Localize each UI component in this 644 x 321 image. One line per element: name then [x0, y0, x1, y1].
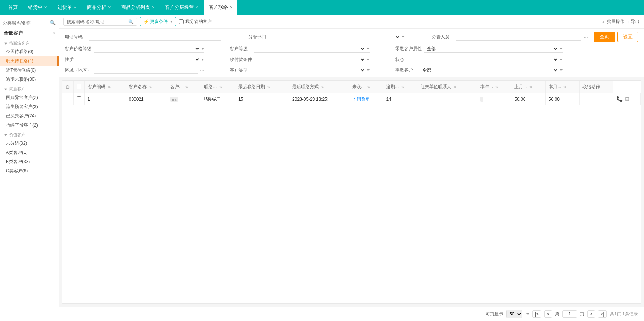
nav-customer-segmentation[interactable]: 客户分层经营 ✕	[161, 0, 203, 15]
col-contacts-header: 联络... ⇅	[201, 81, 235, 93]
col-type-header: 客户... ⇅	[167, 81, 201, 93]
customer-type-chevron	[367, 69, 370, 71]
sort-last-month-icon: ⇅	[529, 85, 532, 89]
retail-attr-field: 零散客户属性 全部	[395, 45, 563, 53]
select-all-checkbox[interactable]	[77, 84, 81, 89]
region-input[interactable]	[94, 67, 198, 74]
settings-icon[interactable]: ⚙	[65, 84, 70, 90]
region-label: 区域（地区）	[65, 67, 91, 73]
sidebar-collapse-icon[interactable]: «	[53, 31, 55, 35]
advanced-filters: 电话号码 分管部门 分管人员 ···	[59, 29, 644, 77]
sidebar-item-overdue[interactable]: 逾期未联络(30)	[0, 75, 59, 84]
nav-close-customer-contact[interactable]: ✕	[230, 5, 233, 10]
nav-product-analysis-list[interactable]: 商品分析列表 ✕	[117, 0, 159, 15]
last-page-btn[interactable]: >|	[598, 310, 607, 318]
retail-attr-label: 零散客户属性	[395, 46, 422, 52]
retail-customer-select[interactable]: 全部	[420, 66, 559, 74]
customer-type-label: 客户类型	[230, 67, 252, 73]
retail-customer-field: 零散客户 全部	[395, 66, 563, 74]
phone-input[interactable]	[89, 34, 221, 41]
nav-purchase-order[interactable]: 进货单 ✕	[53, 0, 81, 15]
price-level-chevron	[201, 48, 204, 50]
sidebar-item-7days[interactable]: 近7天待联络(0)	[0, 66, 59, 75]
sidebar-search-input[interactable]	[3, 20, 50, 25]
filter-icon: ⚡	[143, 19, 149, 24]
sidebar-item-declining[interactable]: 持续下滑客户(2)	[0, 121, 59, 130]
col-this-year-header: 本年... ⇅	[477, 81, 511, 93]
nav-close-purchase[interactable]: ✕	[73, 5, 77, 10]
sidebar-item-abnormal-repurchase[interactable]: 回购异常客户(2)	[0, 93, 59, 102]
more-conditions-btn[interactable]: ⚡ 更多条件	[140, 17, 176, 26]
sidebar-item-class-b[interactable]: B类客户(33)	[0, 157, 59, 166]
per-page-chevron	[526, 313, 529, 315]
page-input[interactable]	[562, 310, 577, 318]
sidebar-all-customers[interactable]: 全部客户 «	[0, 28, 59, 38]
nav-sales-order[interactable]: 销货单 ✕	[24, 0, 52, 15]
search-icon[interactable]: 🔍	[128, 19, 134, 24]
sort-name-icon: ⇅	[149, 85, 152, 89]
payment-select[interactable]	[254, 56, 365, 63]
table-row: 1 000021 Ea B类客户 15 2023-05-23 18:25: 下销…	[62, 93, 641, 105]
row-select-checkbox[interactable]	[77, 96, 81, 101]
sidebar-item-churn-warning[interactable]: 流失预警客户(3)	[0, 102, 59, 111]
page-label: 第	[555, 311, 559, 317]
customer-level-select[interactable]	[254, 45, 365, 52]
sidebar-group-problem: ▼ 问题客户	[0, 84, 59, 93]
set-button[interactable]: 设置	[617, 32, 638, 42]
col-settings: ⚙	[62, 81, 73, 93]
customer-level-field: 客户等级	[230, 45, 369, 53]
sidebar-item-class-a[interactable]: A类客户(1)	[0, 148, 59, 157]
payment-label: 收付款条件	[230, 56, 252, 63]
manager-dots[interactable]: ···	[584, 34, 588, 40]
phone-action-icon[interactable]: 📞	[616, 96, 623, 102]
batch-action-btn[interactable]: ☑ 批量操作	[602, 18, 624, 25]
nav-home[interactable]: 首页	[4, 0, 22, 15]
next-page-btn[interactable]: >	[587, 310, 595, 318]
sidebar-item-class-c[interactable]: C类客户(6)	[0, 166, 59, 176]
search-input[interactable]	[67, 19, 128, 24]
nav-close-product-analysis-list[interactable]: ✕	[151, 5, 155, 10]
gender-select[interactable]	[89, 56, 200, 63]
main-content: 🔍 ⚡ 更多条件 我分管的客户 ☑ 批量操作 ↑ 导出	[59, 15, 644, 321]
status-select-wrapper	[420, 56, 563, 63]
grid-action-icon[interactable]: ⊞	[625, 96, 629, 102]
dept-select-wrapper	[273, 33, 405, 41]
dept-select[interactable]	[273, 33, 400, 41]
nav-product-analysis[interactable]: 商品分析 ✕	[83, 0, 115, 15]
row-num: 1	[84, 93, 126, 105]
pagination-total: 共1页 1条记录	[610, 311, 638, 317]
region-dots[interactable]: ···	[200, 68, 204, 73]
retail-attr-select[interactable]: 全部	[424, 45, 559, 52]
sidebar-item-ungrouped[interactable]: 未分组(32)	[0, 139, 59, 148]
sidebar-search-icon[interactable]: 🔍	[50, 20, 56, 25]
sidebar-item-tomorrow[interactable]: 明天待联络(1)	[0, 56, 59, 66]
manager-input[interactable]	[456, 34, 581, 41]
row-code: 000021	[126, 93, 167, 105]
customer-level-select-wrapper	[254, 45, 369, 53]
manager-field: 分管人员 ···	[432, 34, 588, 41]
nav-customer-contact[interactable]: 客户联络 ✕	[204, 0, 237, 15]
price-level-select[interactable]	[94, 45, 200, 52]
query-button[interactable]: 查询	[594, 32, 615, 42]
retail-attr-chevron	[560, 48, 563, 50]
my-customers-checkbox[interactable]	[179, 19, 184, 24]
per-page-select[interactable]: 50	[506, 310, 522, 318]
prev-page-btn[interactable]: <	[544, 310, 552, 318]
table-header-row: ⚙ 客户编码 ⇅ 客户名称 ⇅	[62, 81, 641, 93]
nav-close-customer-segmentation[interactable]: ✕	[195, 5, 199, 10]
sidebar-item-today[interactable]: 今天待联络(0)	[0, 47, 59, 56]
export-btn[interactable]: ↑ 导出	[627, 18, 640, 25]
customer-type-select[interactable]	[254, 66, 365, 74]
page-suffix: 页	[580, 311, 584, 317]
pagination: 每页显示 50 |< < 第 页 > >| 共1页 1条记录	[59, 307, 644, 321]
status-select[interactable]	[420, 56, 559, 63]
last-method-link[interactable]: 下销货单	[352, 96, 370, 101]
nav-close-sales[interactable]: ✕	[44, 5, 47, 10]
payment-select-wrapper	[254, 56, 369, 63]
sidebar-item-churned[interactable]: 已流失客户(24)	[0, 111, 59, 121]
col-last-date-header: 最后联络日期 ⇅	[235, 81, 289, 93]
gender-label: 性质	[65, 56, 87, 63]
nav-close-product-analysis[interactable]: ✕	[108, 5, 111, 10]
customer-table: ⚙ 客户编码 ⇅ 客户名称 ⇅	[62, 81, 641, 105]
first-page-btn[interactable]: |<	[532, 310, 541, 318]
